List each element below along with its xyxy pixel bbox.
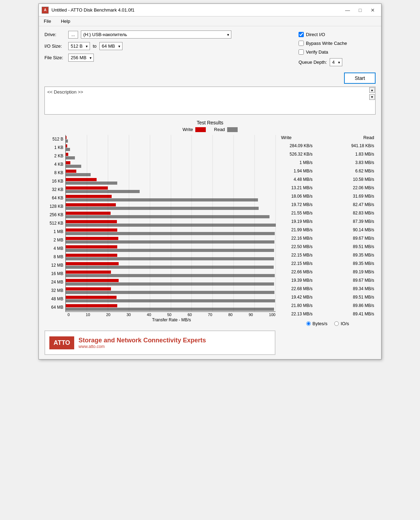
- bar-pair: [66, 177, 275, 185]
- read-value: 89.41 MB/s: [343, 312, 374, 316]
- bypass-write-cache-checkbox[interactable]: [299, 41, 304, 46]
- bar-pair: [66, 295, 275, 303]
- read-value: 941.18 KB/s: [343, 143, 374, 148]
- table-row: 1.94 MB/s6.62 MB/s: [280, 167, 376, 175]
- row-label: 16 KB: [44, 177, 63, 185]
- table-row: 19.19 MB/s87.39 MB/s: [280, 217, 376, 226]
- row-label: 2 KB: [44, 152, 63, 160]
- x-axis-tick: 100: [269, 313, 275, 317]
- read-bar: [66, 274, 275, 277]
- main-window: A Untitled - ATTO Disk Benchmark 4.01.0f…: [38, 4, 382, 360]
- write-bar: [66, 136, 66, 139]
- io-size-from-select[interactable]: 512 B: [68, 42, 90, 50]
- atto-banner-url: www.atto.com: [78, 344, 206, 349]
- io-unit-radio[interactable]: [334, 321, 339, 326]
- io-per-sec-option: IO/s: [334, 321, 349, 326]
- write-value: 1 MB/s: [281, 160, 313, 165]
- verify-data-checkbox[interactable]: [299, 49, 304, 55]
- x-axis-tick: 0: [68, 313, 70, 317]
- write-bar: [66, 245, 117, 248]
- write-value: 22.16 MB/s: [281, 236, 313, 241]
- read-value: 89.34 MB/s: [343, 286, 374, 291]
- file-size-wrapper: 256 MB: [68, 54, 94, 62]
- file-size-label: File Size:: [44, 55, 65, 60]
- description-textarea[interactable]: [44, 87, 376, 115]
- read-bar: [66, 249, 274, 252]
- minimize-button[interactable]: —: [342, 6, 353, 14]
- scroll-down-button[interactable]: ▼: [369, 94, 375, 100]
- chart-inner: 512 B1 KB2 KB4 KB8 KB16 KB32 KB64 KB128 …: [44, 135, 275, 312]
- file-size-select[interactable]: 256 MB: [68, 54, 94, 62]
- menu-file[interactable]: File: [42, 18, 53, 25]
- read-bar: [66, 266, 274, 269]
- bytes-per-sec-option: Bytes/s: [306, 321, 328, 326]
- read-legend-item: Read: [214, 127, 238, 132]
- read-value: 89.19 MB/s: [343, 269, 374, 274]
- write-legend-item: Write: [182, 127, 205, 132]
- queue-depth-select[interactable]: 4: [330, 58, 342, 66]
- read-bar: [66, 257, 274, 260]
- row-label: 1 MB: [44, 227, 63, 236]
- read-bar: [66, 190, 140, 193]
- bar-pair: [66, 135, 275, 143]
- read-value: 6.62 MB/s: [343, 169, 374, 173]
- x-axis-tick: 70: [208, 313, 212, 317]
- results-table-header: Write Read: [280, 135, 376, 140]
- write-value: 22.66 MB/s: [281, 269, 313, 274]
- drive-select-wrapper: (H:) USB-накопитель: [81, 30, 231, 39]
- scroll-up-button[interactable]: ▲: [369, 87, 375, 93]
- write-bar: [66, 271, 111, 274]
- read-bar: [66, 148, 70, 151]
- close-button[interactable]: ✕: [367, 6, 378, 14]
- x-axis-tick: 20: [106, 313, 110, 317]
- menu-help[interactable]: Help: [59, 18, 72, 25]
- drive-select[interactable]: (H:) USB-накопитель: [81, 30, 231, 39]
- write-bar: [66, 262, 119, 265]
- table-row: 19.42 MB/s89.51 MB/s: [280, 293, 376, 301]
- read-legend-label: Read: [214, 127, 225, 132]
- x-axis-labels: 0102030405060708090100: [68, 313, 275, 317]
- read-value: 89.67 MB/s: [343, 236, 374, 241]
- io-size-to-select[interactable]: 64 MB: [99, 42, 122, 50]
- direct-io-checkbox[interactable]: [299, 32, 304, 37]
- file-size-row: File Size: 256 MB: [44, 54, 292, 62]
- right-panel: Direct I/O Bypass Write Cache Verify Dat…: [299, 30, 376, 84]
- maximize-button[interactable]: □: [355, 6, 366, 14]
- window-title: Untitled - ATTO Disk Benchmark 4.01.0f1: [51, 7, 134, 13]
- scrollbar-buttons: ▲ ▼: [369, 87, 375, 100]
- row-label: 512 KB: [44, 219, 63, 227]
- row-label: 128 KB: [44, 202, 63, 211]
- row-labels: 512 B1 KB2 KB4 KB8 KB16 KB32 KB64 KB128 …: [44, 135, 65, 312]
- row-label: 64 MB: [44, 303, 63, 312]
- write-value: 1.94 MB/s: [281, 169, 313, 173]
- write-value: 22.13 MB/s: [281, 312, 313, 316]
- table-row: 21.55 MB/s82.83 MB/s: [280, 209, 376, 217]
- row-label: 12 MB: [44, 261, 63, 269]
- io-size-label: I/O Size:: [44, 43, 65, 49]
- x-axis-tick: 90: [248, 313, 253, 317]
- read-value: 89.86 MB/s: [343, 303, 374, 308]
- read-value: 3.83 MB/s: [343, 160, 374, 165]
- bytes-unit-radio[interactable]: [306, 321, 311, 326]
- direct-io-row: Direct I/O: [299, 32, 376, 37]
- browse-button[interactable]: ...: [68, 31, 78, 39]
- bar-pair: [66, 303, 275, 312]
- queue-depth-wrapper: 4: [330, 58, 342, 66]
- read-legend-color: [227, 127, 238, 132]
- menu-bar: File Help: [39, 16, 381, 26]
- bar-pair: [66, 244, 275, 253]
- start-button[interactable]: Start: [344, 73, 376, 84]
- bypass-write-cache-label: Bypass Write Cache: [306, 41, 347, 46]
- write-bar: [66, 195, 112, 198]
- drive-label: Drive:: [44, 32, 65, 37]
- io-unit-label: IO/s: [341, 321, 349, 326]
- row-label: 48 MB: [44, 295, 63, 303]
- write-value: 22.68 MB/s: [281, 286, 313, 291]
- write-bar: [66, 228, 117, 232]
- read-bar: [66, 240, 274, 244]
- write-bar: [66, 237, 118, 240]
- bar-pair: [66, 253, 275, 261]
- row-label: 4 MB: [44, 244, 63, 253]
- read-bar: [66, 308, 274, 311]
- row-label: 512 B: [44, 135, 63, 143]
